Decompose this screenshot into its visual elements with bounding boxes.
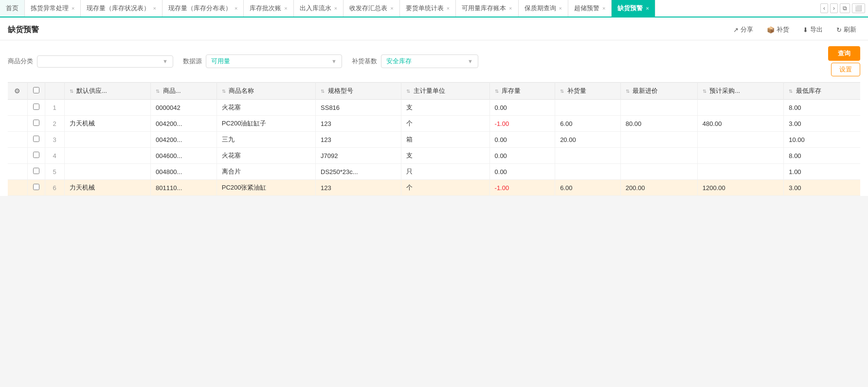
select-all-checkbox[interactable] (33, 87, 39, 93)
row-min-stock: 3.00 (784, 116, 860, 132)
row-spec: J7092 (316, 148, 401, 164)
row-latest-price: 200.00 (620, 180, 697, 196)
tab-prev-btn[interactable]: ‹ (820, 3, 828, 13)
row-product-name: 三九 (217, 132, 315, 148)
refresh-icon: ↻ (836, 26, 842, 34)
tab-overstock[interactable]: 超储预警 × (568, 0, 612, 17)
row-checkbox-0[interactable] (33, 104, 39, 110)
tab-next-btn[interactable]: › (830, 3, 838, 13)
th-est-purchase[interactable]: ⇅ 预计采购... (697, 83, 784, 100)
tab-collect-send[interactable]: 收发存汇总表 × (344, 0, 399, 17)
settings-button[interactable]: 设置 (831, 63, 860, 76)
tab-close-available[interactable]: × (509, 5, 512, 11)
row-min-stock: 3.00 (784, 180, 860, 196)
replenish-base-label: 补货基数 (352, 57, 377, 66)
row-est-purchase: 480.00 (697, 116, 784, 132)
tab-close-overstock[interactable]: × (602, 5, 605, 11)
th-supplier[interactable]: ⇅ 默认供应... (64, 83, 151, 100)
tab-inout-flow[interactable]: 出入库流水 × (294, 0, 344, 17)
column-settings-icon[interactable]: ⚙ (14, 87, 20, 95)
refresh-button[interactable]: ↻ 刷新 (832, 23, 860, 36)
tab-home[interactable]: 首页 (0, 0, 25, 17)
tab-bar: 首页 拣货异常处理 × 现存量（库存状况表） × 现存量（库存分布表） × 库存… (0, 0, 868, 18)
tab-close-shortage[interactable]: × (646, 5, 649, 11)
th-check[interactable] (27, 83, 45, 100)
share-icon: ↗ (733, 26, 739, 34)
row-check-cell[interactable] (27, 164, 45, 180)
row-check-cell[interactable] (27, 180, 45, 196)
th-spec[interactable]: ⇅ 规格型号 (316, 83, 401, 100)
row-product-code: 004200... (151, 132, 217, 148)
row-min-stock: 10.00 (784, 132, 860, 148)
share-button[interactable]: ↗ 分享 (729, 23, 757, 36)
tab-maximize-btn[interactable]: ⬜ (852, 3, 865, 13)
row-unit: 支 (401, 100, 489, 116)
row-no: 1 (45, 100, 64, 116)
th-min-stock[interactable]: ⇅ 最低库存 (784, 83, 860, 100)
tab-batch[interactable]: 库存批次账 × (244, 0, 293, 17)
row-checkbox-5[interactable] (33, 184, 39, 190)
tab-expiry[interactable]: 保质期查询 × (519, 0, 568, 17)
datasource-select[interactable]: 可用量 ▼ (206, 54, 342, 68)
row-checkbox-1[interactable] (33, 120, 39, 126)
row-min-stock: 8.00 (784, 148, 860, 164)
replenish-button[interactable]: 📦 补货 (763, 23, 793, 36)
row-stock: -1.00 (489, 116, 555, 132)
row-stock: 0.00 (489, 164, 555, 180)
tab-inventory-dist[interactable]: 现存量（库存分布表） × (163, 0, 244, 17)
row-est-purchase: 1200.00 (697, 180, 784, 196)
row-spec: DS250*23c... (316, 164, 401, 180)
category-chevron-icon: ▼ (163, 58, 168, 64)
export-button[interactable]: ⬇ 导出 (799, 23, 827, 36)
row-product-name: 离合片 (217, 164, 315, 180)
row-checkbox-4[interactable] (33, 168, 39, 174)
th-product-code[interactable]: ⇅ 商品... (151, 83, 217, 100)
tab-close-inout-flow[interactable]: × (334, 5, 337, 11)
row-latest-price (620, 100, 697, 116)
row-checkbox-2[interactable] (33, 136, 39, 142)
sort-code-icon: ⇅ (156, 88, 160, 94)
tab-exception[interactable]: 拣货异常处理 × (25, 0, 81, 17)
data-table: ⚙ ⇅ 默认供应... ⇅ 商品... ⇅ (8, 82, 860, 196)
th-unit[interactable]: ⇅ 主计量单位 (401, 83, 489, 100)
tab-shortage[interactable]: 缺货预警 × (612, 0, 655, 17)
row-spec: 123 (316, 132, 401, 148)
row-product-code: 004200... (151, 116, 217, 132)
row-product-name: PC200张紧油缸 (217, 180, 315, 196)
tab-close-inventory-status[interactable]: × (153, 5, 156, 11)
th-latest-price[interactable]: ⇅ 最新进价 (620, 83, 697, 100)
tab-available[interactable]: 可用量库存账本 × (456, 0, 518, 17)
th-stock[interactable]: ⇅ 库存量 (489, 83, 555, 100)
tab-inventory-status[interactable]: 现存量（库存状况表） × (81, 0, 162, 17)
row-checkbox-3[interactable] (33, 152, 39, 158)
row-latest-price (620, 148, 697, 164)
query-button[interactable]: 查询 (828, 46, 860, 61)
row-stock: -1.00 (489, 180, 555, 196)
row-est-purchase (697, 132, 784, 148)
tab-window-btn[interactable]: ⧉ (840, 3, 850, 13)
datasource-filter-group: 数据源 可用量 ▼ (183, 54, 342, 68)
row-supplier: 力天机械 (64, 116, 151, 132)
tab-close-exception[interactable]: × (72, 5, 74, 11)
row-check-cell[interactable] (27, 132, 45, 148)
export-icon: ⬇ (803, 26, 808, 34)
tab-close-order-stats[interactable]: × (447, 5, 450, 11)
sort-min-icon: ⇅ (789, 88, 793, 94)
category-select[interactable]: ▼ (37, 55, 173, 68)
th-replenish[interactable]: ⇅ 补货量 (555, 83, 621, 100)
replenish-base-select[interactable]: 安全库存 ▼ (381, 54, 478, 68)
th-settings[interactable]: ⚙ (8, 83, 27, 100)
tab-close-inventory-dist[interactable]: × (235, 5, 237, 11)
tab-close-expiry[interactable]: × (559, 5, 562, 11)
sort-price-icon: ⇅ (626, 88, 630, 94)
tab-close-batch[interactable]: × (284, 5, 287, 11)
row-check-cell[interactable] (27, 148, 45, 164)
row-replenish (555, 148, 621, 164)
filter-area: 商品分类 ▼ 数据源 可用量 ▼ 补货基数 安全库存 ▼ 查询 设置 (0, 40, 868, 82)
th-product-name[interactable]: ⇅ 商品名称 (217, 83, 315, 100)
row-check-cell[interactable] (27, 100, 45, 116)
replenish-base-value: 安全库存 (386, 57, 412, 66)
row-check-cell[interactable] (27, 116, 45, 132)
tab-order-stats[interactable]: 要货单统计表 × (400, 0, 456, 17)
tab-close-collect-send[interactable]: × (390, 5, 393, 11)
